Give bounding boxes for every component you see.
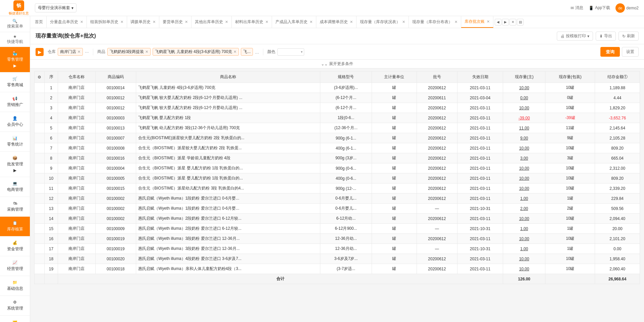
user-profile[interactable]: de demo2 <box>615 3 639 13</box>
sidebar-item-retail-stats[interactable]: 📊 零售统计 <box>0 132 30 152</box>
sidebar-item-basic-info[interactable]: 📁 基础信息 <box>0 276 30 296</box>
filter-warehouse-remove[interactable]: ✕ <box>77 50 80 54</box>
export-button[interactable]: ⬇ 导出 <box>596 32 616 41</box>
tab-cost-adjust[interactable]: 成本调整单历史 ✕ <box>316 16 357 28</box>
cell-warehouse: 南岸门店 <box>58 143 96 153</box>
sidebar-item-marketing[interactable]: 📢 营销推广 <box>0 92 30 112</box>
cell-stock-main[interactable]: 1.00 <box>503 194 545 204</box>
filter-product-extra[interactable]: ... <box>255 49 259 55</box>
cell-stock-main[interactable]: 10.00 <box>503 183 545 194</box>
cell-stock-main[interactable]: 1.00 <box>503 224 545 234</box>
cell-stock-main[interactable]: 0.00 <box>503 93 545 103</box>
tab-stock-distribution-close[interactable]: ✕ <box>454 20 458 24</box>
tab-stock-status[interactable]: 现存量（库存状况表） ✕ <box>357 16 409 28</box>
cell-stock-main[interactable]: 10.00 <box>503 103 545 113</box>
settings-button[interactable]: 设置 <box>622 47 639 57</box>
sidebar-item-operations-mgmt[interactable]: 📈 经营管理 <box>0 256 30 276</box>
tab-split-count[interactable]: 分量盘点单历史 ✕ <box>47 16 87 28</box>
filter-expand-button[interactable]: ▶ <box>36 48 44 56</box>
tab-order-goods[interactable]: 要货单历史 ✕ <box>159 16 192 28</box>
cell-stock-main[interactable]: -39.00 <box>503 113 545 123</box>
tab-batch-voucher[interactable]: 库存批次账 ✕ <box>461 16 493 28</box>
filter-product-remove1[interactable]: ✕ <box>145 50 148 54</box>
sidebar-item-system-mgmt[interactable]: ⚙ 系统管理 <box>0 296 30 316</box>
tab-transfer-close[interactable]: ✕ <box>153 20 156 24</box>
tab-material-outstock[interactable]: 材料出库单历史 ✕ <box>232 16 272 28</box>
cell-stock-pkg: -39罐 <box>545 113 595 123</box>
cell-stock-main[interactable]: 10.00 <box>503 143 545 153</box>
tab-stock-status-close[interactable]: ✕ <box>402 20 405 24</box>
tab-prev-arrow[interactable]: ◀ <box>495 19 501 25</box>
sidebar-item-ecommerce-mgmt[interactable]: 💻 电商管理 <box>0 177 30 197</box>
cell-stock-main[interactable]: 10.00 <box>503 254 545 264</box>
warehouse-selector[interactable]: 母婴行业演示账套 ▾ <box>35 3 76 12</box>
cell-stock-main[interactable]: 9.00 <box>503 133 545 143</box>
tab-home[interactable]: 首页 <box>32 16 47 28</box>
expand-conditions-button[interactable]: ⌄⌄ 展开更多条件 <box>321 61 353 67</box>
sidebar-item-inventory-check[interactable]: 📋 库存核算 <box>0 217 30 236</box>
sidebar-item-quick-nav[interactable]: ★ 快捷导航 <box>0 32 30 47</box>
cell-batch: — <box>417 204 457 214</box>
sidebar-item-enterprise-coop[interactable]: 🤝 企业协同 <box>0 316 30 322</box>
filter-product-more-tag[interactable]: 飞... <box>241 48 253 56</box>
tab-order-goods-close[interactable]: ✕ <box>185 20 188 24</box>
sidebar-wholesale-label: 批发管理 <box>7 161 23 167</box>
tab-stock-distribution[interactable]: 现存量（库存分布表） ✕ <box>409 16 461 28</box>
sidebar-item-search[interactable]: 🔍 搜索菜单 <box>0 16 30 32</box>
th-settings[interactable]: ⚙ <box>35 71 45 83</box>
table-row: 7 南岸门店 00100008 合生元（BIOSTIME）派星较大婴儿配方奶粉 … <box>35 143 640 153</box>
cell-stock-main[interactable]: 10.00 <box>503 234 545 244</box>
tab-other-outstock-close[interactable]: ✕ <box>225 20 228 24</box>
cell-settings <box>35 214 45 224</box>
cell-spec: (6-12个月... <box>320 103 372 113</box>
tab-menu-arrow[interactable]: ▤ <box>517 19 524 25</box>
tab-split-count-close[interactable]: ✕ <box>80 20 83 24</box>
tab-material-outstock-close[interactable]: ✕ <box>265 20 268 24</box>
sidebar-item-purchase-mgmt[interactable]: 🛍 采购管理 <box>0 197 30 217</box>
sidebar-item-retail-mall[interactable]: 🛒 零售商城 <box>0 72 30 92</box>
tab-other-outstock[interactable]: 其他出库单历史 ✕ <box>192 16 232 28</box>
cell-unit: 罐 <box>372 133 417 143</box>
sidebar-system-label: 系统管理 <box>7 306 23 311</box>
cell-spec: 6-12月900... <box>320 224 372 234</box>
filter-product-tag2[interactable]: 飞鹤星飞帆 儿童奶粉 4段(3-6岁适用) 700克 ✕ <box>153 48 239 56</box>
cell-warehouse: 南岸门店 <box>58 103 96 113</box>
cell-product-name: 惠氏启赋（Wyeth illuma）1段奶粉 爱尔兰进口 0-6月婴... <box>136 194 320 204</box>
cell-spec: 12-36月幼... <box>320 244 372 254</box>
filter-product-remove2[interactable]: ✕ <box>233 50 236 54</box>
tab-product-instock-close[interactable]: ✕ <box>310 20 313 24</box>
filter-color-select[interactable] <box>277 48 304 56</box>
filter-product-tag1[interactable]: 飞鹤奶粉3段两提装 ✕ <box>107 48 151 56</box>
sidebar-item-member-center[interactable]: 👤 会员中心 <box>0 112 30 132</box>
cell-settings <box>35 224 45 234</box>
tab-disassemble-close[interactable]: ✕ <box>120 20 123 24</box>
tab-disassemble[interactable]: 组装拆卸单历史 ✕ <box>87 16 127 28</box>
message-button[interactable]: ✉ 消息 <box>571 5 583 11</box>
cell-stock-main[interactable]: 10.00 <box>503 214 545 224</box>
cell-stock-main[interactable]: 3.00 <box>503 153 545 163</box>
cell-stock-main[interactable]: 11.00 <box>503 123 545 133</box>
cell-stock-main[interactable]: 10.00 <box>503 83 545 93</box>
cell-stock-main[interactable]: 10.00 <box>503 163 545 173</box>
cell-product-name: 惠氏启赋（Wyeth illuma）2段奶粉 爱尔兰进口 6-12月较... <box>136 214 320 224</box>
app-download-button[interactable]: 📱 App下载 <box>589 5 610 11</box>
tab-batch-voucher-close[interactable]: ✕ <box>487 19 490 24</box>
sidebar-item-wholesale-mgmt[interactable]: 📦 批发管理 ▶ <box>0 152 30 177</box>
tab-close-arrow[interactable]: ✕ <box>509 19 516 25</box>
table-row: 4 南岸门店 00100003 飞鹤星飞帆 婴儿配方奶粉 1段 1段(0-6..… <box>35 113 640 123</box>
search-button[interactable]: 查询 <box>600 47 620 57</box>
refresh-button[interactable]: ↻ 刷新 <box>619 32 639 41</box>
filter-warehouse-tag[interactable]: 南岸门店 ✕ <box>58 48 83 56</box>
cell-stock-main[interactable]: 10.00 <box>503 264 545 274</box>
sidebar-item-retail-mgmt[interactable]: 🏪 零售管理 ▶ <box>0 47 30 72</box>
tab-transfer[interactable]: 调拨单历史 ✕ <box>127 16 159 28</box>
cell-stock-main[interactable]: 1.00 <box>503 244 545 254</box>
tab-product-instock[interactable]: 产成品入库单历史 ✕ <box>272 16 316 28</box>
cell-stock-main[interactable]: 10.00 <box>503 173 545 183</box>
sidebar-item-finance-mgmt[interactable]: 💰 资金管理 <box>0 236 30 256</box>
tab-next-arrow[interactable]: ▶ <box>502 19 509 25</box>
tab-cost-adjust-close[interactable]: ✕ <box>350 20 353 24</box>
filter-warehouse-more[interactable]: ··· <box>85 49 89 55</box>
cell-stock-main[interactable]: 2.00 <box>503 204 545 214</box>
template-print-button[interactable]: 🖨 按模板打印 ▾ <box>557 32 593 41</box>
